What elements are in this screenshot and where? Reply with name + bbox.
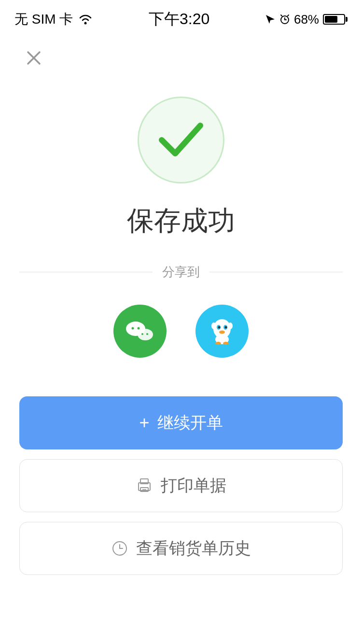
history-button[interactable]: 查看销货单历史: [19, 522, 343, 575]
battery-percent: 68%: [294, 12, 319, 27]
svg-line-5: [288, 15, 289, 16]
divider-line-right: [209, 272, 343, 272]
share-divider: 分享到: [19, 264, 343, 280]
success-circle: [138, 97, 224, 183]
close-button[interactable]: [19, 43, 48, 72]
print-icon: [136, 477, 153, 494]
svg-point-20: [225, 326, 227, 329]
continue-order-button[interactable]: + 继续开单: [19, 396, 343, 449]
main-content: 保存成功 分享到: [0, 39, 362, 575]
plus-icon: +: [139, 413, 149, 433]
svg-point-15: [211, 322, 216, 329]
svg-point-9: [138, 329, 153, 340]
svg-point-11: [138, 327, 140, 330]
share-icons: [113, 305, 249, 358]
svg-line-4: [281, 15, 282, 16]
continue-order-label: 继续开单: [157, 412, 223, 434]
status-left: 无 SIM 卡: [14, 10, 93, 28]
battery-icon: [323, 14, 348, 25]
qq-share-button[interactable]: [195, 305, 249, 358]
status-right: 68%: [265, 12, 348, 27]
svg-point-16: [228, 322, 233, 329]
location-icon: [265, 14, 276, 25]
svg-point-0: [84, 22, 87, 25]
svg-point-13: [146, 333, 148, 335]
status-bar: 无 SIM 卡 下午3:20 68%: [0, 0, 362, 39]
wechat-icon: [123, 314, 157, 348]
success-title: 保存成功: [127, 203, 235, 239]
share-label: 分享到: [162, 264, 200, 280]
close-icon: [24, 48, 43, 68]
svg-point-10: [132, 327, 134, 330]
wifi-icon: [78, 14, 93, 25]
svg-point-21: [219, 331, 225, 334]
svg-point-24: [223, 342, 229, 345]
svg-point-12: [141, 333, 143, 335]
history-icon: [111, 540, 128, 557]
alarm-icon: [279, 14, 290, 25]
divider-line-left: [19, 272, 153, 272]
svg-point-19: [218, 326, 221, 329]
svg-point-23: [215, 342, 221, 345]
status-time: 下午3:20: [149, 9, 209, 30]
checkmark-icon: [157, 121, 205, 159]
history-label: 查看销货单历史: [136, 537, 251, 560]
action-buttons: + 继续开单 打印单据 查看销货单历史: [19, 396, 343, 575]
print-button[interactable]: 打印单据: [19, 459, 343, 512]
qq-icon: [205, 314, 239, 348]
carrier-text: 无 SIM 卡: [14, 10, 73, 28]
wechat-share-button[interactable]: [113, 305, 167, 358]
print-label: 打印单据: [161, 475, 226, 497]
